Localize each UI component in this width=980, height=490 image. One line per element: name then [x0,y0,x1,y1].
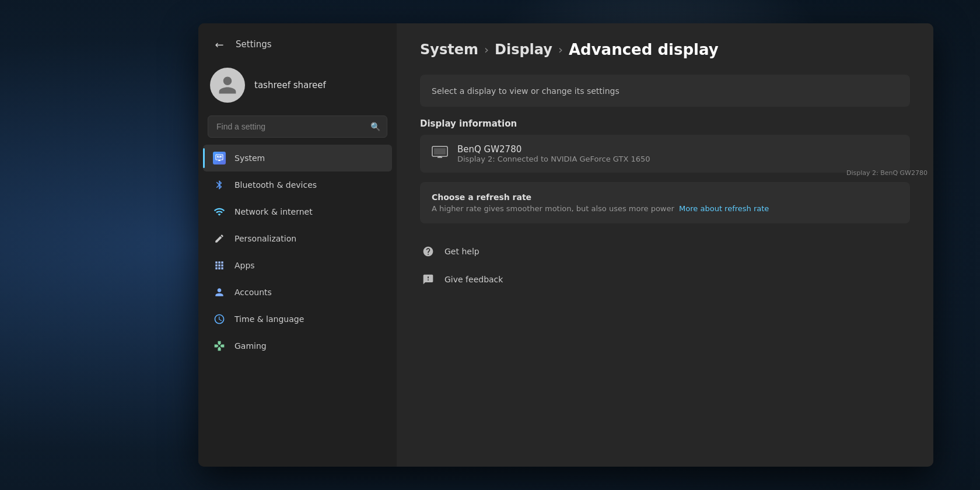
avatar-icon [217,75,238,96]
settings-window: ← Settings tashreef shareef 🔍 [198,23,933,467]
sidebar-item-time[interactable]: Time & language [203,306,392,332]
get-help-item[interactable]: Get help [420,237,910,265]
svg-rect-9 [439,156,441,158]
gaming-icon [212,339,226,353]
back-button[interactable]: ← [210,35,229,54]
nav-items: System Bluetooth & devices Network & int… [198,145,397,467]
sidebar-item-label-personalization: Personalization [235,234,296,243]
sidebar-item-network[interactable]: Network & internet [203,198,392,225]
avatar [210,68,245,103]
give-feedback-item[interactable]: Give feedback [420,265,910,293]
sidebar-item-label-time: Time & language [235,314,304,324]
give-feedback-icon [420,271,436,288]
svg-rect-1 [217,156,219,157]
breadcrumb-advanced-display: Advanced display [569,41,719,58]
breadcrumb-sep-2: › [558,43,563,57]
sidebar-item-label-gaming: Gaming [235,341,267,351]
give-feedback-label: Give feedback [444,275,503,284]
system-icon [212,151,226,165]
sidebar-item-system[interactable]: System [203,145,392,172]
sidebar-item-personalization[interactable]: Personalization [203,225,392,252]
username: tashreef shareef [254,80,326,90]
display-description: Display 2: Connected to NVIDIA GeForce G… [457,155,650,163]
svg-rect-0 [216,155,223,160]
breadcrumb: System › Display › Advanced display [420,41,910,58]
display-select-text: Select a display to view or change its s… [432,86,620,96]
sidebar-item-apps[interactable]: Apps [203,252,392,279]
display-info-section: Display information BenQ GW2780 Display … [420,118,910,173]
sidebar-item-accounts[interactable]: Accounts [203,279,392,306]
display-name: BenQ GW2780 [457,144,650,155]
svg-rect-2 [219,156,222,157]
sidebar-item-label-accounts: Accounts [235,288,272,297]
bluetooth-icon [212,178,226,192]
sidebar-item-bluetooth[interactable]: Bluetooth & devices [203,172,392,198]
display-edge-label: Display 2: BenQ GW2780 [846,169,928,177]
refresh-rate-title: Choose a refresh rate [432,192,898,202]
display-info-title: Display information [420,118,910,129]
accounts-icon [212,285,226,299]
settings-title: Settings [236,39,272,50]
breadcrumb-sep-1: › [484,43,489,57]
more-about-refresh-link[interactable]: More about refresh rate [679,204,769,213]
user-section: tashreef shareef [198,60,397,113]
search-box: 🔍 [208,116,387,138]
get-help-label: Get help [444,247,480,256]
time-icon [212,312,226,326]
sidebar-item-gaming[interactable]: Gaming [203,332,392,359]
sidebar: ← Settings tashreef shareef 🔍 [198,23,397,467]
sidebar-item-label-network: Network & internet [235,207,313,216]
svg-rect-7 [434,148,446,155]
sidebar-item-label-bluetooth: Bluetooth & devices [235,180,317,190]
search-input[interactable] [208,116,387,138]
search-icon: 🔍 [370,122,380,131]
sidebar-item-label-apps: Apps [235,261,255,270]
display-select-section: Select a display to view or change its s… [420,75,910,107]
display-card: BenQ GW2780 Display 2: Connected to NVID… [420,135,910,173]
breadcrumb-system: System [420,41,478,58]
display-card-info: BenQ GW2780 Display 2: Connected to NVID… [457,144,650,163]
svg-rect-4 [218,160,220,161]
get-help-icon [420,243,436,260]
breadcrumb-display: Display [495,41,552,58]
main-content: System › Display › Advanced display Sele… [397,23,933,467]
svg-rect-3 [217,158,222,158]
network-icon [212,205,226,219]
sidebar-item-label-system: System [235,153,265,163]
personalization-icon [212,232,226,246]
refresh-rate-card: Choose a refresh rate A higher rate give… [420,182,910,223]
help-section: Get help Give feedback [420,237,910,293]
svg-rect-5 [219,160,220,160]
refresh-rate-desc: A higher rate gives smoother motion, but… [432,204,898,213]
sidebar-header: ← Settings [198,23,397,60]
apps-icon [212,258,226,272]
monitor-icon [432,146,448,162]
